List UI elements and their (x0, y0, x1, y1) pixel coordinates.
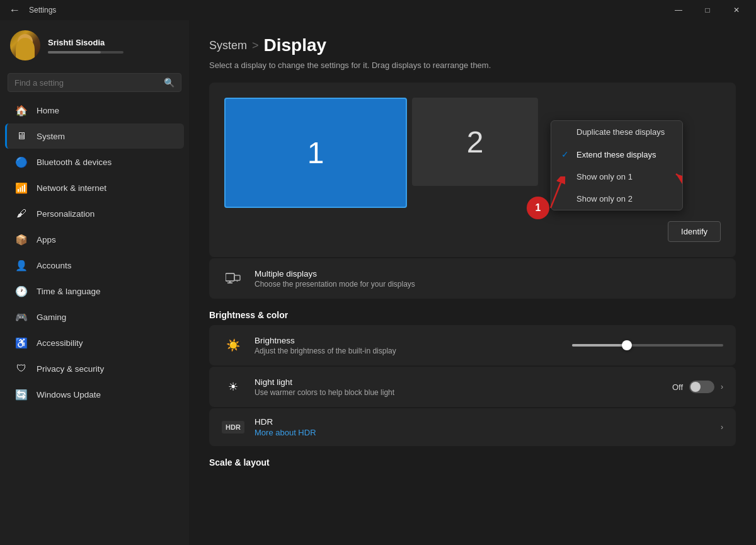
brightness-color-header: Brightness & color (209, 300, 736, 325)
page-title: Display (264, 35, 327, 55)
user-progress-fill (48, 51, 101, 54)
system-icon: 🖥 (15, 130, 28, 142)
night-light-icon: ☀ (222, 376, 244, 398)
user-progress-bar (48, 51, 123, 54)
titlebar-controls: — □ ✕ (664, 0, 751, 20)
slider-thumb[interactable] (622, 340, 632, 350)
privacy-icon: 🛡 (15, 362, 28, 375)
sidebar-item-bluetooth[interactable]: 🔵 Bluetooth & devices (5, 149, 184, 175)
sidebar-item-label-system: System (37, 132, 65, 141)
sidebar-item-label-accessibility: Accessibility (37, 338, 83, 348)
hdr-link[interactable]: More about HDR (255, 428, 711, 437)
night-light-text: Night light Use warmer colors to help bl… (255, 377, 662, 397)
accounts-icon: 👤 (15, 259, 28, 272)
titlebar-left: ← Settings (5, 3, 56, 18)
night-light-controls: Off › (672, 381, 723, 393)
night-light-toggle[interactable] (689, 381, 714, 393)
annotation-arrow-2 (663, 164, 683, 196)
sidebar-item-label-accounts: Accounts (37, 261, 72, 270)
sidebar-item-home[interactable]: 🏠 Home (5, 98, 184, 123)
sidebar-item-label-privacy: Privacy & security (37, 364, 104, 374)
time-icon: 🕐 (15, 285, 28, 297)
brightness-text: Brightness Adjust the brightness of the … (255, 336, 562, 355)
sidebar-item-label-gaming: Gaming (37, 313, 66, 322)
brightness-slider[interactable] (572, 344, 723, 347)
sidebar-item-privacy[interactable]: 🛡 Privacy & security (5, 356, 184, 381)
sidebar-item-accessibility[interactable]: ♿ Accessibility (5, 330, 184, 355)
maximize-button[interactable]: □ (693, 0, 722, 20)
svg-rect-7 (234, 275, 240, 280)
brightness-row[interactable]: ☀️ Brightness Adjust the brightness of t… (209, 325, 736, 365)
toggle-knob (690, 382, 701, 392)
main-layout: Srishti Sisodia 🔍 🏠 Home 🖥 System (0, 20, 756, 545)
user-section[interactable]: Srishti Sisodia (0, 20, 189, 73)
hdr-row[interactable]: HDR HDR More about HDR › (209, 408, 736, 446)
identify-button[interactable]: Identify (668, 221, 721, 242)
svg-line-3 (676, 174, 683, 191)
brightness-subtitle: Adjust the brightness of the built-in di… (255, 347, 562, 355)
sidebar-item-label-bluetooth: Bluetooth & devices (37, 158, 112, 167)
night-light-status: Off (672, 382, 683, 392)
brightness-controls (572, 344, 723, 347)
breadcrumb-separator: > (252, 39, 259, 52)
night-light-subtitle: Use warmer colors to help block blue lig… (255, 388, 662, 397)
display-1[interactable]: 1 (224, 98, 407, 208)
slider-track[interactable] (572, 344, 723, 347)
hdr-chevron-icon: › (721, 423, 723, 432)
brightness-title: Brightness (255, 336, 562, 345)
dropdown-item-duplicate[interactable]: Duplicate these displays (551, 121, 682, 143)
sidebar-item-accounts[interactable]: 👤 Accounts (5, 253, 184, 278)
breadcrumb: System > Display (209, 35, 736, 55)
avatar-image (10, 30, 40, 60)
night-light-title: Night light (255, 377, 662, 387)
night-light-row[interactable]: ☀ Night light Use warmer colors to help … (209, 367, 736, 407)
nav-list: 🏠 Home 🖥 System 🔵 Bluetooth & devices 📶 … (0, 98, 189, 407)
avatar (10, 30, 40, 60)
sidebar-item-system[interactable]: 🖥 System (5, 123, 184, 149)
network-icon: 📶 (15, 181, 28, 194)
sidebar-item-update[interactable]: 🔄 Windows Update (5, 382, 184, 407)
back-button[interactable]: ← (5, 3, 24, 18)
sidebar-item-time[interactable]: 🕐 Time & language (5, 278, 184, 304)
home-icon: 🏠 (15, 104, 28, 117)
user-info: Srishti Sisodia (48, 38, 179, 54)
avatar-silhouette (16, 38, 35, 60)
search-input[interactable] (14, 78, 159, 88)
content-area: System > Display Select a display to cha… (189, 20, 756, 545)
multiple-displays-subtitle: Choose the presentation mode for your di… (255, 280, 723, 289)
sidebar-item-label-personalization: Personalization (37, 209, 94, 219)
sidebar-item-apps[interactable]: 📦 Apps (5, 227, 184, 252)
display-2[interactable]: 2 (412, 98, 538, 186)
dropdown-label-duplicate: Duplicate these displays (576, 127, 665, 137)
dropdown-label-extend: Extend these displays (576, 150, 656, 159)
hdr-text: HDR More about HDR (255, 417, 711, 437)
sidebar-item-label-time: Time & language (37, 287, 101, 296)
sidebar-item-personalization[interactable]: 🖌 Personalization (5, 201, 184, 226)
sidebar: Srishti Sisodia 🔍 🏠 Home 🖥 System (0, 20, 189, 545)
minimize-button[interactable]: — (664, 0, 693, 20)
breadcrumb-system: System (209, 39, 247, 52)
sidebar-item-gaming[interactable]: 🎮 Gaming (5, 304, 184, 330)
apps-icon: 📦 (15, 233, 28, 246)
multiple-displays-row[interactable]: Multiple displays Choose the presentatio… (209, 258, 736, 299)
displays-svg-icon (226, 272, 241, 285)
svg-line-1 (551, 183, 561, 208)
multiple-displays-icon (222, 267, 244, 290)
sidebar-item-label-network: Network & internet (37, 183, 106, 193)
dropdown-item-extend[interactable]: ✓ Extend these displays (551, 143, 682, 166)
slider-fill (572, 344, 625, 347)
hdr-chevron: › (721, 423, 723, 432)
accessibility-icon: ♿ (15, 336, 28, 349)
user-name: Srishti Sisodia (48, 38, 179, 47)
display-area: 1 2 1 Identify (209, 83, 736, 257)
svg-rect-4 (226, 273, 234, 281)
search-box[interactable]: 🔍 (8, 73, 181, 92)
search-container: 🔍 (0, 73, 189, 97)
hdr-icon: HDR (222, 421, 244, 433)
annotation-arrow-1 (538, 176, 576, 214)
extend-check-icon: ✓ (561, 149, 571, 159)
close-button[interactable]: ✕ (722, 0, 751, 20)
update-icon: 🔄 (15, 388, 28, 401)
sidebar-item-network[interactable]: 📶 Network & internet (5, 175, 184, 200)
gaming-icon: 🎮 (15, 311, 28, 323)
